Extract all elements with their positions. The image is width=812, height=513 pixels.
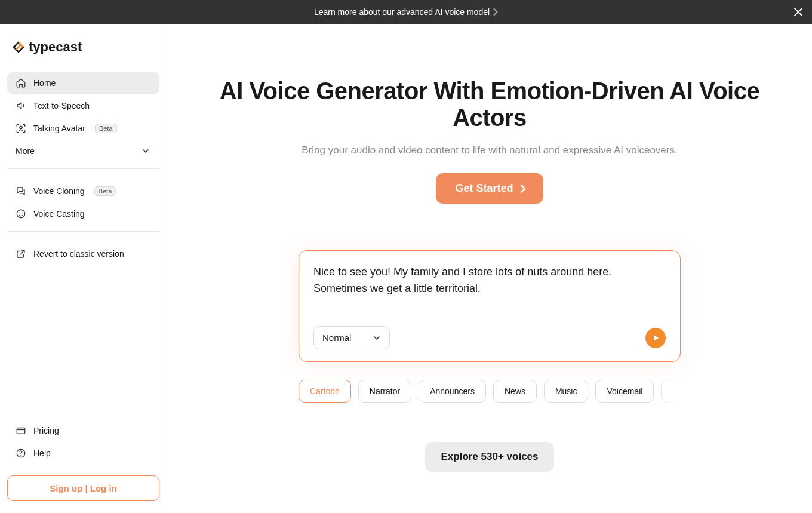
sidebar-item-label: Talking Avatar [33,124,85,133]
sidebar-nav-bottom: Pricing Help [7,414,159,465]
sidebar-item-label: More [16,146,35,156]
svg-point-3 [22,213,23,214]
close-icon [794,8,802,16]
sidebar-item-label: Help [33,449,51,458]
chat-icon [16,186,26,196]
speaker-icon [16,100,26,111]
sidebar-item-label: Voice Casting [33,209,85,219]
sidebar-item-home[interactable]: Home [7,72,159,94]
brand-name: typecast [29,39,82,55]
voice-demo-text[interactable]: Nice to see you! My family and I store l… [313,264,666,314]
sidebar-item-revert[interactable]: Revert to classic version [7,242,159,265]
sidebar-item-pricing[interactable]: Pricing [7,419,159,442]
explore-label: Explore 530+ voices [441,451,538,463]
announcement-banner: Learn more about our advanced AI voice m… [0,0,812,24]
sidebar-item-label: Text-to-Speech [33,101,90,110]
play-button[interactable] [645,328,666,348]
svg-point-6 [20,455,21,456]
sidebar-item-help[interactable]: Help [7,442,159,465]
announcement-link[interactable]: Learn more about our advanced AI voice m… [314,7,498,17]
sidebar-item-label: Pricing [33,426,59,435]
get-started-button[interactable]: Get Started [436,173,543,204]
sidebar-item-voice-casting[interactable]: Voice Casting [7,202,159,225]
signup-login-button[interactable]: Sign up | Log in [7,475,159,501]
sidebar-divider [7,231,159,232]
chevron-right-icon [519,184,527,193]
chip-label: Voicemail [607,386,642,396]
sidebar-item-voice-cloning[interactable]: Voice Cloning Beta [7,180,159,202]
category-chip-music[interactable]: Music [544,380,589,403]
sidebar-item-more[interactable]: More [7,140,159,162]
external-link-icon [16,248,26,259]
sidebar-item-tts[interactable]: Text-to-Speech [7,94,159,117]
voice-style-value: Normal [322,333,351,343]
cta-label: Get Started [455,182,513,195]
voice-demo-controls: Normal [313,326,666,349]
svg-point-1 [17,210,25,218]
close-banner-button[interactable] [794,8,802,16]
help-icon [16,448,26,459]
page-subtitle: Bring your audio and video content to li… [302,145,677,156]
main-content: AI Voice Generator With Emotion-Driven A… [167,24,812,513]
sidebar-nav-tertiary: Revert to classic version [7,238,159,265]
sidebar-item-label: Revert to classic version [33,249,124,259]
chip-label: Narrator [370,386,400,396]
voice-style-select[interactable]: Normal [313,326,390,349]
sidebar-item-label: Home [33,78,56,88]
sidebar-nav-primary: Home Text-to-Speech Talking Avatar Beta … [7,67,159,162]
sidebar-divider [7,168,159,169]
category-chip-cartoon[interactable]: Cartoon [299,380,351,403]
page-title: AI Voice Generator With Emotion-Driven A… [203,78,776,131]
chip-label: Kid [672,386,681,396]
category-chip-kid[interactable]: Kid [661,380,681,403]
credit-card-icon [16,425,26,436]
voice-category-chips: Cartoon Narrator Announcers News Music V… [299,380,681,405]
beta-badge: Beta [94,186,116,196]
avatar-scan-icon [16,123,26,134]
logo-mark-icon [12,41,25,54]
auth-button-label: Sign up | Log in [50,483,117,493]
chip-label: Music [555,386,577,396]
svg-point-2 [19,213,20,214]
chip-label: Announcers [430,386,475,396]
chevron-right-icon [493,8,498,16]
category-chip-narrator[interactable]: Narrator [358,380,411,403]
category-chip-announcers[interactable]: Announcers [419,380,486,403]
play-icon [651,334,660,342]
explore-voices-button[interactable]: Explore 530+ voices [425,442,553,472]
voice-demo-card: Nice to see you! My family and I store l… [299,250,681,362]
announcement-text: Learn more about our advanced AI voice m… [314,7,490,17]
sidebar-item-avatar[interactable]: Talking Avatar Beta [7,117,159,140]
chevron-down-icon [373,334,381,342]
chevron-down-icon [140,146,151,156]
chip-label: News [505,386,525,396]
home-icon [16,78,26,88]
beta-badge: Beta [95,124,117,133]
sidebar-item-label: Voice Cloning [33,186,85,196]
sidebar-nav-secondary: Voice Cloning Beta Voice Casting [7,175,159,225]
brand-logo[interactable]: typecast [7,39,159,67]
chip-label: Cartoon [310,386,340,396]
category-chip-news[interactable]: News [493,380,537,403]
category-chip-voicemail[interactable]: Voicemail [595,380,654,403]
svg-point-0 [20,126,23,129]
face-icon [16,208,26,219]
svg-rect-4 [17,428,25,434]
sidebar: typecast Home Text-to-Speech Talking Ava… [0,24,167,513]
